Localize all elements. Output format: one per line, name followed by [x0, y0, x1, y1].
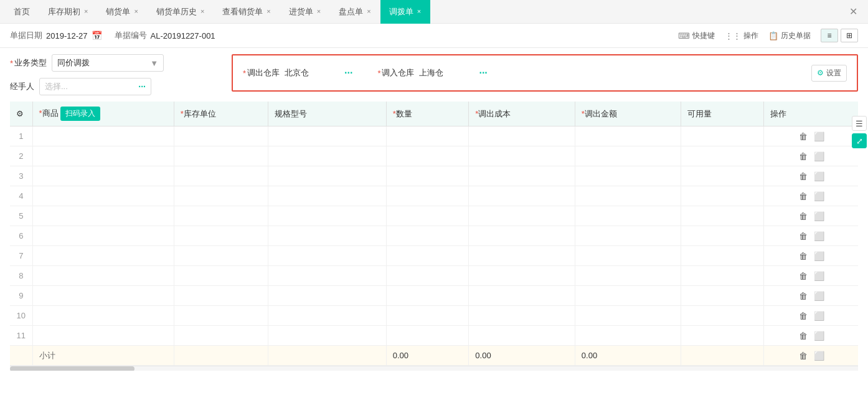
copy-icon-9[interactable]: ⬜ — [812, 289, 826, 303]
settings-button[interactable]: ⚙ 设置 — [811, 65, 847, 82]
sidebar-expand-icon[interactable]: ⤢ — [852, 133, 867, 148]
operations-btn[interactable]: ⋮⋮ 操作 — [725, 31, 758, 41]
row-spec-3[interactable] — [268, 166, 386, 186]
row-amount-6[interactable] — [575, 226, 681, 246]
tab-sales-history[interactable]: 销货单历史 × — [148, 0, 214, 24]
row-product-5[interactable] — [32, 206, 174, 226]
row-spec-7[interactable] — [268, 246, 386, 266]
calendar-icon[interactable]: 📅 — [92, 31, 102, 40]
tab-purchase-order-close[interactable]: × — [317, 8, 321, 15]
row-unit-6[interactable] — [174, 226, 268, 246]
tab-home[interactable]: 首页 — [5, 0, 39, 24]
layout-list-btn[interactable]: ≡ — [821, 29, 838, 42]
row-product-9[interactable] — [32, 286, 174, 306]
row-product-4[interactable] — [32, 186, 174, 206]
row-qty-11[interactable] — [386, 326, 469, 346]
row-product-11[interactable] — [32, 326, 174, 346]
window-close-button[interactable]: ✕ — [843, 2, 863, 22]
row-product-8[interactable] — [32, 266, 174, 286]
row-unit-10[interactable] — [174, 306, 268, 326]
scrollbar-thumb[interactable] — [10, 366, 134, 371]
row-cost-9[interactable] — [469, 286, 575, 306]
tab-transfer-order[interactable]: 调拨单 × — [380, 0, 430, 24]
row-unit-8[interactable] — [174, 266, 268, 286]
row-spec-5[interactable] — [268, 206, 386, 226]
in-warehouse-more-btn[interactable]: ··· — [479, 67, 487, 79]
row-spec-1[interactable] — [268, 126, 386, 146]
delete-icon-9[interactable]: 🗑 — [796, 289, 810, 303]
tab-inventory-init-close[interactable]: × — [84, 8, 88, 15]
row-unit-4[interactable] — [174, 186, 268, 206]
row-unit-11[interactable] — [174, 326, 268, 346]
row-qty-9[interactable] — [386, 286, 469, 306]
row-product-1[interactable] — [32, 126, 174, 146]
copy-icon-1[interactable]: ⬜ — [812, 130, 826, 143]
delete-icon-10[interactable]: 🗑 — [796, 309, 810, 323]
copy-icon-6[interactable]: ⬜ — [812, 229, 826, 243]
row-cost-2[interactable] — [469, 146, 575, 166]
row-cost-6[interactable] — [469, 226, 575, 246]
subtotal-copy-icon[interactable]: ⬜ — [812, 349, 826, 363]
tab-inventory-init[interactable]: 库存期初 × — [39, 0, 97, 24]
row-amount-3[interactable] — [575, 166, 681, 186]
row-amount-10[interactable] — [575, 306, 681, 326]
copy-icon-4[interactable]: ⬜ — [812, 189, 826, 203]
row-product-3[interactable] — [32, 166, 174, 186]
tab-transfer-order-close[interactable]: × — [417, 8, 421, 15]
row-qty-5[interactable] — [386, 206, 469, 226]
row-available-3[interactable] — [681, 166, 764, 186]
th-gear[interactable]: ⚙ — [10, 102, 32, 126]
row-product-6[interactable] — [32, 226, 174, 246]
row-qty-10[interactable] — [386, 306, 469, 326]
delete-icon-5[interactable]: 🗑 — [796, 209, 810, 223]
row-amount-7[interactable] — [575, 246, 681, 266]
copy-icon-11[interactable]: ⬜ — [812, 329, 826, 343]
row-cost-5[interactable] — [469, 206, 575, 226]
row-amount-5[interactable] — [575, 206, 681, 226]
row-spec-11[interactable] — [268, 326, 386, 346]
tab-inventory-count-close[interactable]: × — [367, 8, 370, 15]
row-available-7[interactable] — [681, 246, 764, 266]
row-available-4[interactable] — [681, 186, 764, 206]
row-unit-5[interactable] — [174, 206, 268, 226]
delete-icon-2[interactable]: 🗑 — [796, 150, 810, 163]
row-spec-9[interactable] — [268, 286, 386, 306]
delete-icon-6[interactable]: 🗑 — [796, 229, 810, 243]
tab-view-sales[interactable]: 查看销货单 × — [214, 0, 280, 24]
row-unit-9[interactable] — [174, 286, 268, 306]
row-cost-3[interactable] — [469, 166, 575, 186]
tab-sales-order-close[interactable]: × — [134, 8, 138, 15]
delete-icon-1[interactable]: 🗑 — [796, 130, 810, 143]
row-cost-7[interactable] — [469, 246, 575, 266]
copy-icon-8[interactable]: ⬜ — [812, 269, 826, 283]
row-amount-11[interactable] — [575, 326, 681, 346]
row-qty-7[interactable] — [386, 246, 469, 266]
row-cost-4[interactable] — [469, 186, 575, 206]
delete-icon-11[interactable]: 🗑 — [796, 329, 810, 343]
copy-icon-7[interactable]: ⬜ — [812, 249, 826, 263]
row-qty-2[interactable] — [386, 146, 469, 166]
row-qty-3[interactable] — [386, 166, 469, 186]
row-available-2[interactable] — [681, 146, 764, 166]
row-cost-11[interactable] — [469, 326, 575, 346]
subtotal-delete-icon[interactable]: 🗑 — [796, 349, 810, 363]
sidebar-list-icon[interactable]: ☰ — [852, 116, 867, 131]
row-product-10[interactable] — [32, 306, 174, 326]
copy-icon-3[interactable]: ⬜ — [812, 169, 826, 183]
delete-icon-7[interactable]: 🗑 — [796, 249, 810, 263]
row-unit-3[interactable] — [174, 166, 268, 186]
row-spec-4[interactable] — [268, 186, 386, 206]
row-spec-2[interactable] — [268, 146, 386, 166]
row-cost-1[interactable] — [469, 126, 575, 146]
tab-view-sales-close[interactable]: × — [267, 8, 270, 15]
delete-icon-8[interactable]: 🗑 — [796, 269, 810, 283]
row-available-10[interactable] — [681, 306, 764, 326]
tab-inventory-count[interactable]: 盘点单 × — [330, 0, 380, 24]
row-available-6[interactable] — [681, 226, 764, 246]
row-amount-2[interactable] — [575, 146, 681, 166]
row-unit-2[interactable] — [174, 146, 268, 166]
tab-sales-history-close[interactable]: × — [200, 8, 204, 15]
copy-icon-5[interactable]: ⬜ — [812, 209, 826, 223]
row-amount-1[interactable] — [575, 126, 681, 146]
row-qty-8[interactable] — [386, 266, 469, 286]
